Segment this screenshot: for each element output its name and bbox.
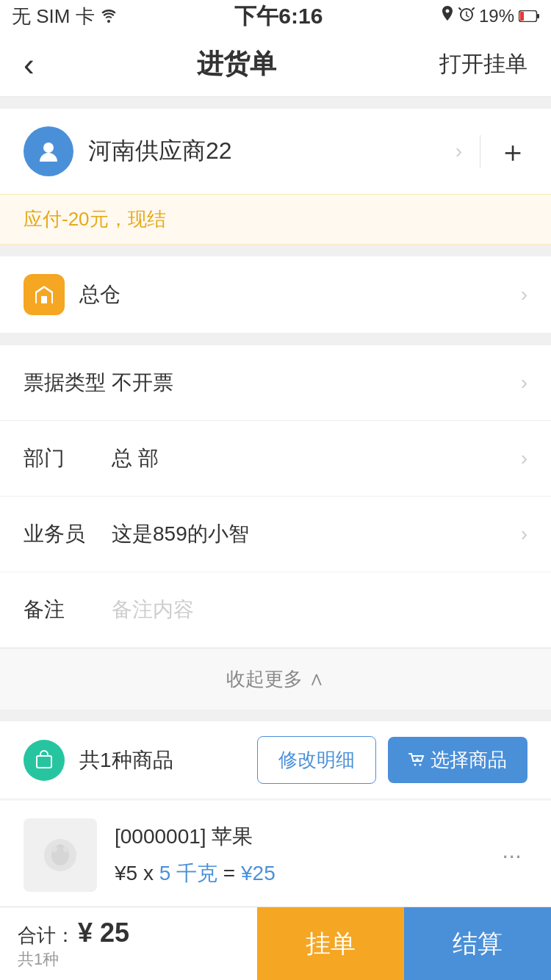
open-hold-button[interactable]: 打开挂单	[439, 49, 527, 79]
edit-detail-button[interactable]: 修改明细	[257, 736, 376, 784]
salesperson-label: 业务员	[24, 520, 112, 548]
status-left: 无 SIM 卡	[12, 4, 117, 29]
cart-icon	[408, 749, 425, 771]
product-quantity: 5	[159, 862, 171, 884]
warehouse-name: 总仓	[79, 281, 521, 309]
total-sub: 共1种	[18, 948, 240, 970]
total-amount: ¥ 25	[78, 918, 129, 948]
sim-status: 无 SIM 卡	[12, 4, 95, 29]
product-thumbnail	[24, 818, 97, 892]
product-total: ¥25	[241, 862, 276, 884]
svg-point-11	[51, 846, 57, 852]
invoice-type-label: 票据类型	[24, 369, 112, 397]
invoice-type-row[interactable]: 票据类型 不开票 ›	[0, 345, 551, 421]
salesperson-chevron-icon: ›	[521, 522, 527, 546]
remark-input[interactable]: 备注内容	[112, 596, 527, 624]
salesperson-value: 这是859的小智	[112, 520, 521, 548]
supplier-name: 河南供应商22	[88, 135, 455, 167]
status-time: 下午6:16	[234, 1, 323, 32]
svg-rect-3	[520, 12, 524, 21]
svg-rect-5	[41, 296, 47, 303]
status-right: 19%	[441, 6, 539, 26]
svg-rect-6	[37, 756, 51, 768]
alarm-icon	[458, 6, 475, 26]
product-name: [0000001] 苹果	[115, 823, 496, 851]
location-icon	[441, 6, 454, 26]
alert-text: 应付-20元，现结	[24, 208, 166, 230]
department-label: 部门	[24, 444, 112, 472]
add-supplier-button[interactable]: ＋	[498, 131, 527, 172]
invoice-chevron-icon: ›	[521, 371, 527, 394]
supplier-row[interactable]: 河南供应商22 › ＋	[0, 109, 551, 194]
battery-text: 19%	[479, 6, 514, 26]
products-header: 共1种商品 修改明细 选择商品	[0, 721, 551, 799]
salesperson-row[interactable]: 业务员 这是859的小智 ›	[0, 497, 551, 572]
hold-button[interactable]: 挂单	[257, 907, 404, 980]
status-bar: 无 SIM 卡 下午6:16 19%	[0, 0, 551, 32]
alert-banner: 应付-20元，现结	[0, 194, 551, 245]
invoice-type-value: 不开票	[112, 369, 521, 397]
products-icon	[24, 740, 65, 781]
back-button[interactable]: ‹	[24, 46, 35, 83]
checkout-button[interactable]: 结算	[404, 907, 551, 980]
select-product-label: 选择商品	[431, 747, 507, 773]
section-gap-2	[0, 245, 551, 256]
product-price: ¥5 x 5 千克 = ¥25	[115, 860, 496, 887]
products-count: 共1种商品	[79, 746, 257, 774]
remark-label: 备注	[24, 596, 112, 624]
svg-point-7	[414, 764, 417, 766]
collapse-label: 收起更多 ∧	[226, 668, 324, 690]
svg-point-12	[63, 846, 69, 852]
total-label: 合计： ¥ 25	[18, 918, 240, 948]
unit-price: ¥5	[115, 862, 137, 884]
form-section: 票据类型 不开票 › 部门 总 部 › 业务员 这是859的小智 › 备注 备注…	[0, 345, 551, 648]
supplier-section: 河南供应商22 › ＋ 应付-20元，现结	[0, 109, 551, 245]
product-code: [0000001]	[115, 825, 206, 848]
wifi-icon	[101, 5, 117, 28]
warehouse-section: 总仓 ›	[0, 256, 551, 334]
department-value: 总 部	[112, 444, 521, 472]
department-row[interactable]: 部门 总 部 ›	[0, 421, 551, 497]
svg-rect-2	[537, 14, 539, 18]
total-section: 合计： ¥ 25 共1种	[0, 918, 257, 970]
supplier-divider	[480, 135, 480, 167]
section-gap-3	[0, 334, 551, 345]
warehouse-chevron-icon: ›	[521, 283, 527, 306]
nav-bar: ‹ 进货单 打开挂单	[0, 32, 551, 97]
bottom-bar: 合计： ¥ 25 共1种 挂单 结算	[0, 907, 551, 980]
section-gap-4	[0, 710, 551, 721]
supplier-chevron-icon: ›	[455, 140, 462, 163]
product-more-button[interactable]: ···	[496, 836, 527, 875]
warehouse-icon	[24, 274, 65, 315]
section-gap-1	[0, 97, 551, 109]
select-product-button[interactable]: 选择商品	[388, 737, 527, 783]
remark-row[interactable]: 备注 备注内容	[0, 572, 551, 648]
warehouse-row[interactable]: 总仓 ›	[0, 256, 551, 334]
svg-point-8	[419, 764, 422, 766]
product-title: 苹果	[212, 825, 253, 848]
battery-icon	[519, 6, 539, 26]
collapse-row[interactable]: 收起更多 ∧	[0, 648, 551, 710]
page-title: 进货单	[197, 46, 276, 82]
total-prefix: 合计：	[18, 923, 75, 948]
product-item: [0000001] 苹果 ¥5 x 5 千克 = ¥25 ···	[0, 801, 551, 909]
supplier-avatar	[24, 126, 73, 176]
product-unit: 千克	[176, 862, 217, 884]
department-chevron-icon: ›	[521, 447, 527, 470]
product-info: [0000001] 苹果 ¥5 x 5 千克 = ¥25	[115, 823, 496, 887]
svg-point-4	[43, 143, 54, 153]
